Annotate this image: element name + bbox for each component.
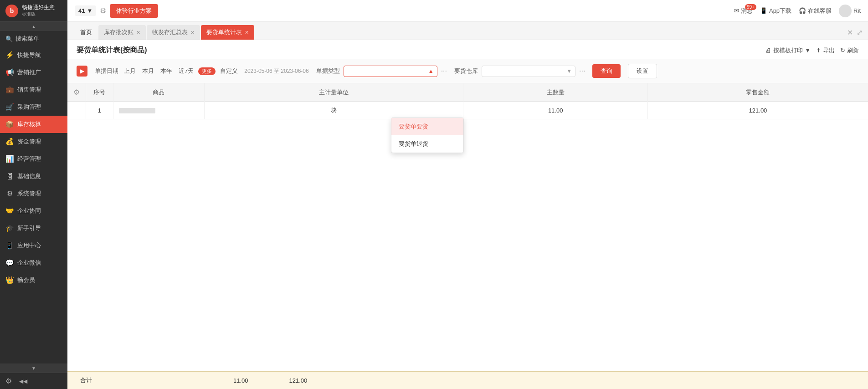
export-label: 导出 bbox=[823, 46, 835, 55]
date-shortcut-2[interactable]: 本年 bbox=[159, 66, 174, 76]
purchase-icon: 🛒 bbox=[5, 103, 14, 111]
sidebar-item-wechat[interactable]: 💬 企业微信 bbox=[0, 254, 67, 271]
sidebar-item-label-wechat: 企业微信 bbox=[17, 259, 41, 267]
industry-btn[interactable]: 体验行业方案 bbox=[110, 4, 158, 18]
sidebar-scroll-down[interactable]: ▼ bbox=[0, 363, 67, 373]
store-selector[interactable]: 41 ▼ bbox=[75, 5, 96, 16]
sidebar-item-label-app-center: 应用中心 bbox=[17, 241, 41, 250]
date-shortcut-0[interactable]: 上月 bbox=[122, 66, 138, 76]
sidebar-item-inventory[interactable]: 📦 库存核算 bbox=[0, 116, 67, 133]
app-download-label: App下载 bbox=[769, 7, 791, 15]
sidebar-item-app-center[interactable]: 📱 应用中心 bbox=[0, 237, 67, 254]
sidebar-item-label-membership: 畅会员 bbox=[17, 276, 35, 284]
print-btn[interactable]: 🖨 按模板打印 ▼ bbox=[765, 46, 811, 55]
sidebar-item-operations[interactable]: 📊 经营管理 bbox=[0, 150, 67, 168]
sidebar-item-enterprise[interactable]: 🤝 企业协同 bbox=[0, 202, 67, 220]
store-number: 41 bbox=[78, 7, 85, 14]
filter-toggle-btn[interactable]: ▶ bbox=[77, 66, 87, 77]
type-select-input[interactable] bbox=[344, 66, 437, 77]
user-avatar bbox=[839, 5, 852, 17]
tab-label-order-summary: 要货单统计表 bbox=[206, 28, 242, 36]
messages-badge: 99+ bbox=[745, 4, 756, 10]
maximize-icon[interactable]: ⤢ bbox=[857, 28, 863, 37]
date-range-text: 2023-05-06 至 2023-06-06 bbox=[244, 67, 308, 75]
refresh-btn[interactable]: ↻ 刷新 bbox=[840, 46, 859, 55]
warehouse-more-icon[interactable]: ··· bbox=[579, 67, 585, 75]
date-shortcut-5[interactable]: 自定义 bbox=[218, 66, 240, 76]
type-dropdown: 要货单要货要货单退货 bbox=[391, 118, 464, 153]
user-avatar-item[interactable]: Rit bbox=[839, 5, 861, 17]
dropdown-item-要货单退货[interactable]: 要货单退货 bbox=[391, 135, 463, 153]
sidebar-item-finance[interactable]: 💰 资金管理 bbox=[0, 133, 67, 150]
sidebar-item-quick-nav[interactable]: ⚡ 快捷导航 bbox=[0, 46, 67, 64]
sidebar-item-membership[interactable]: 👑 畅会员 bbox=[0, 271, 67, 289]
system-icon: ⚙ bbox=[5, 189, 14, 198]
sidebar-nav: ⚡ 快捷导航 📢 营销推广 💼 销售管理 🛒 采购管理 📦 库存核算 💰 资金管… bbox=[0, 46, 67, 363]
sidebar-item-purchase[interactable]: 🛒 采购管理 bbox=[0, 98, 67, 116]
search-label: 搜索菜单 bbox=[15, 35, 39, 43]
table-wrapper: ⚙序号商品主计量单位主数量零售金额 1块11.00121.00 bbox=[67, 83, 868, 371]
collapse-icon[interactable]: ◀◀ bbox=[19, 378, 27, 384]
sidebar-item-label-operations: 经营管理 bbox=[17, 155, 41, 163]
marketing-icon: 📢 bbox=[5, 68, 14, 77]
sidebar-item-system[interactable]: ⚙ 系统管理 bbox=[0, 185, 67, 202]
sidebar-item-label-finance: 资金管理 bbox=[17, 138, 41, 146]
sidebar-bottom: ⚙ ◀◀ bbox=[0, 373, 67, 389]
newbie-icon: 🎓 bbox=[5, 224, 14, 232]
messages-item[interactable]: ✉ 消息 99+ bbox=[734, 7, 753, 15]
date-filter-group: 单据日期 上月本月本年近7天更多自定义2023-05-06 至 2023-06-… bbox=[95, 66, 309, 76]
footer-amount: 121.00 bbox=[289, 377, 308, 384]
query-btn[interactable]: 查询 bbox=[592, 64, 621, 78]
print-dropdown-icon: ▼ bbox=[805, 47, 811, 54]
user-name: Rit bbox=[853, 7, 861, 14]
tab-order-summary[interactable]: 要货单统计表✕ bbox=[201, 25, 254, 40]
page-actions: 🖨 按模板打印 ▼ ⬆ 导出 ↻ 刷新 bbox=[765, 46, 859, 55]
message-icon: ✉ bbox=[734, 7, 739, 14]
tab-label-inventory-batch: 库存批次账 bbox=[104, 28, 134, 36]
tab-receivables-summary[interactable]: 收发存汇总表✕ bbox=[147, 25, 200, 40]
table-body: 1块11.00121.00 bbox=[67, 102, 868, 119]
sidebar-item-label-basic-info: 基础信息 bbox=[17, 172, 41, 180]
warehouse-select-input[interactable] bbox=[482, 66, 575, 77]
finance-icon: 💰 bbox=[5, 138, 14, 146]
tab-close-inventory-batch[interactable]: ✕ bbox=[136, 30, 140, 36]
dropdown-item-要货单要货[interactable]: 要货单要货 bbox=[391, 118, 463, 135]
date-filter-label: 单据日期 bbox=[95, 67, 118, 75]
date-shortcut-more[interactable]: 更多 bbox=[198, 67, 216, 75]
cell-unit-0: 块 bbox=[204, 102, 463, 119]
export-btn[interactable]: ⬆ 导出 bbox=[816, 46, 835, 55]
headset-icon: 🎧 bbox=[799, 7, 806, 14]
sidebar-item-marketing[interactable]: 📢 营销推广 bbox=[0, 64, 67, 81]
print-icon: 🖨 bbox=[765, 47, 771, 54]
tab-inventory-batch[interactable]: 库存批次账✕ bbox=[98, 25, 146, 40]
sidebar-item-basic-info[interactable]: 🗄 基础信息 bbox=[0, 168, 67, 185]
settings-gear-icon[interactable]: ⚙ bbox=[100, 6, 106, 15]
refresh-label: 刷新 bbox=[847, 46, 859, 55]
sidebar-scroll-up[interactable]: ▲ bbox=[0, 22, 67, 31]
col-header-0: 序号 bbox=[86, 83, 113, 102]
online-service-label: 在线客服 bbox=[808, 7, 832, 15]
tab-bar: 首页库存批次账✕收发存汇总表✕要货单统计表✕ ✕ ⤢ bbox=[67, 22, 868, 40]
filter-bar: ▶ 单据日期 上月本月本年近7天更多自定义2023-05-06 至 2023-0… bbox=[67, 59, 868, 83]
app-download-item[interactable]: 📱 App下载 bbox=[760, 7, 791, 15]
date-shortcut-1[interactable]: 本月 bbox=[140, 66, 156, 76]
tab-close-receivables-summary[interactable]: ✕ bbox=[190, 30, 195, 36]
page-header: 要货单统计表(按商品) 🖨 按模板打印 ▼ ⬆ 导出 ↻ 刷新 bbox=[67, 40, 868, 59]
table-header-row: ⚙序号商品主计量单位主数量零售金额 bbox=[67, 83, 868, 102]
sidebar-item-newbie[interactable]: 🎓 新手引导 bbox=[0, 220, 67, 237]
phone-icon: 📱 bbox=[760, 7, 767, 14]
col-header-2: 主计量单位 bbox=[204, 83, 463, 102]
close-all-tabs-icon[interactable]: ✕ bbox=[847, 28, 853, 37]
table-footer: 合计 11.00 121.00 bbox=[67, 371, 868, 389]
filter-more-icon[interactable]: ··· bbox=[441, 67, 447, 75]
table-settings-icon[interactable]: ⚙ bbox=[73, 88, 80, 96]
online-service-item[interactable]: 🎧 在线客服 bbox=[799, 7, 832, 15]
date-shortcut-3[interactable]: 近7天 bbox=[177, 66, 195, 76]
sidebar-item-sales[interactable]: 💼 销售管理 bbox=[0, 81, 67, 98]
setting-btn[interactable]: 设置 bbox=[628, 64, 657, 78]
cell-index-0: 1 bbox=[86, 102, 113, 119]
tab-close-order-summary[interactable]: ✕ bbox=[245, 30, 249, 36]
tab-home[interactable]: 首页 bbox=[75, 25, 98, 40]
search-menu-item[interactable]: 🔍 搜索菜单 bbox=[0, 31, 67, 46]
settings-icon[interactable]: ⚙ bbox=[5, 377, 12, 385]
